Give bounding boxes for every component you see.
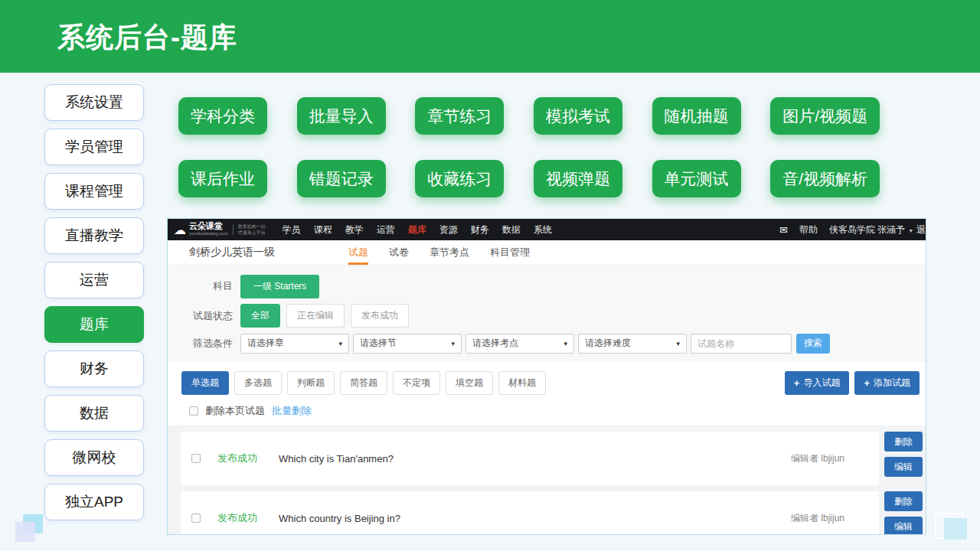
question-checkbox[interactable] (191, 514, 201, 523)
filter-section: 科目 一级 Starters 试题状态 全部 正在编辑 发布成功 筛选条件 请选… (168, 266, 926, 362)
nav-item-finance[interactable]: 财务 (471, 223, 489, 236)
section-select[interactable]: 请选择节 ▾ (353, 334, 462, 354)
condition-label: 筛选条件 (168, 337, 233, 350)
feature-image-video-question-button[interactable]: 图片/视频题 (770, 97, 880, 135)
feature-wrong-question-record-button[interactable]: 错题记录 (297, 160, 386, 197)
question-name-input[interactable] (691, 334, 792, 354)
bulk-actions-row: 删除本页试题 批量删除 (168, 403, 926, 425)
tab-questions[interactable]: 试题 (348, 240, 368, 265)
status-label: 试题状态 (168, 309, 233, 323)
question-card: 发布成功 Which city is Tian'anmen? 编辑者 lbjij… (181, 432, 879, 485)
sidebar-item-operations[interactable]: 运营 (44, 262, 144, 298)
import-questions-button[interactable]: + 导入试题 (785, 371, 850, 395)
nav-item-data[interactable]: 数据 (502, 223, 521, 236)
feature-chapter-practice-button[interactable]: 章节练习 (415, 97, 504, 135)
admin-tabs: 试题 试卷 章节考点 科目管理 (348, 240, 530, 265)
type-material-button[interactable]: 材料题 (498, 371, 546, 395)
dropdown-arrow-icon: ▾ (676, 340, 680, 347)
add-question-button[interactable]: + 添加试题 (854, 371, 920, 395)
chapter-select-value: 请选择章 (247, 337, 284, 350)
select-all-checkbox[interactable] (189, 406, 198, 416)
feature-batch-import-button[interactable]: 批量导入 (297, 97, 386, 135)
nav-item-question-bank[interactable]: 题库 (408, 223, 426, 236)
feature-mock-exam-button[interactable]: 模拟考试 (534, 97, 622, 135)
plus-icon: + (794, 377, 800, 389)
sidebar-item-data[interactable]: 数据 (44, 395, 144, 432)
account-name[interactable]: 侠客岛学院 张涵予 (829, 224, 905, 235)
tab-papers[interactable]: 试卷 (389, 240, 409, 265)
mail-icon[interactable]: ✉ (779, 224, 788, 236)
chapter-select[interactable]: 请选择章 ▾ (240, 334, 349, 354)
type-true-false-button[interactable]: 判断题 (287, 371, 335, 395)
sidebar: 系统设置 学员管理 课程管理 直播教学 运营 题库 财务 数据 微网校 独立AP… (44, 84, 144, 528)
question-text: Which country is Beijing in? (279, 513, 400, 524)
dropdown-arrow-icon: ▾ (338, 340, 342, 347)
feature-buttons: 学科分类 批量导入 章节练习 模拟考试 随机抽题 图片/视频题 课后作业 错题记… (178, 97, 880, 223)
top-banner: 系统后台-题库 (0, 0, 980, 73)
sidebar-item-finance[interactable]: 财务 (44, 350, 144, 387)
point-select[interactable]: 请选择考点 ▾ (466, 334, 574, 354)
sidebar-item-standalone-app[interactable]: 独立APP (44, 484, 144, 520)
subject-label: 科目 (168, 279, 233, 293)
type-multi-choice-button[interactable]: 多选题 (234, 371, 282, 395)
feature-random-question-button[interactable]: 随机抽题 (652, 97, 741, 135)
question-status-badge: 发布成功 (217, 511, 266, 525)
logo-divider (233, 224, 234, 235)
feature-unit-test-button[interactable]: 单元测试 (652, 160, 741, 197)
dropdown-arrow-icon: ▾ (564, 340, 567, 347)
point-select-value: 请选择考点 (472, 337, 518, 350)
question-editor: 编辑者 lbjijun (791, 452, 844, 465)
nav-item-courses[interactable]: 课程 (314, 223, 332, 236)
search-button[interactable]: 搜索 (796, 334, 830, 354)
feature-av-analysis-button[interactable]: 音/视频解析 (770, 160, 880, 197)
type-single-choice-button[interactable]: 单选题 (181, 371, 229, 395)
nav-item-system[interactable]: 系统 (534, 223, 552, 236)
question-list: 发布成功 Which city is Tian'anmen? 编辑者 lbjij… (168, 425, 926, 535)
status-published-button[interactable]: 发布成功 (351, 304, 409, 328)
question-text: Which city is Tian'anmen? (279, 453, 394, 465)
logo-name: 云朵课堂 (189, 222, 228, 230)
delete-question-button[interactable]: 删除 (884, 432, 923, 452)
type-fill-blank-button[interactable]: 填空题 (446, 371, 493, 395)
difficulty-select[interactable]: 请选择难度 ▾ (578, 334, 687, 354)
status-all-button[interactable]: 全部 (240, 304, 280, 328)
admin-navbar: ☁ 云朵课堂 yunduoketang.com 教育机构一站 式服务云平台 学员… (168, 219, 926, 240)
sidebar-item-micro-school[interactable]: 微网校 (44, 439, 144, 476)
sidebar-item-course-management[interactable]: 课程管理 (44, 173, 144, 210)
admin-screenshot-panel: ☁ 云朵课堂 yunduoketang.com 教育机构一站 式服务云平台 学员… (167, 218, 926, 535)
feature-row-1: 学科分类 批量导入 章节练习 模拟考试 随机抽题 图片/视频题 (178, 97, 880, 135)
bulk-delete-link[interactable]: 批量删除 (272, 404, 312, 418)
feature-favorite-practice-button[interactable]: 收藏练习 (415, 160, 504, 197)
type-indefinite-button[interactable]: 不定项 (393, 371, 440, 395)
nav-item-operations[interactable]: 运营 (377, 223, 395, 236)
delete-question-button[interactable]: 删除 (884, 491, 923, 511)
edit-question-button[interactable]: 编辑 (884, 517, 923, 535)
help-link[interactable]: 帮助 (799, 223, 818, 236)
nav-item-teaching[interactable]: 教学 (345, 223, 364, 236)
sidebar-item-system-settings[interactable]: 系统设置 (44, 84, 144, 121)
question-card: 发布成功 Which country is Beijing in? 编辑者 lb… (181, 491, 879, 535)
nav-item-students[interactable]: 学员 (283, 223, 301, 236)
delete-page-label: 删除本页试题 (205, 404, 265, 418)
sidebar-item-live-teaching[interactable]: 直播教学 (44, 217, 144, 254)
logout-link[interactable]: 退出 (916, 224, 926, 235)
condition-filter-row: 筛选条件 请选择章 ▾ 请选择节 ▾ 请选择考点 ▾ 请选择难度 ▾ (168, 334, 926, 354)
question-status-badge: 发布成功 (217, 452, 266, 465)
edit-question-button[interactable]: 编辑 (884, 457, 923, 477)
sidebar-item-student-management[interactable]: 学员管理 (44, 129, 144, 165)
cloud-logo-icon: ☁ (174, 223, 186, 237)
subject-tag-button[interactable]: 一级 Starters (240, 275, 319, 298)
question-checkbox[interactable] (191, 454, 201, 463)
status-editing-button[interactable]: 正在编辑 (286, 304, 345, 328)
type-short-answer-button[interactable]: 简答题 (340, 371, 387, 395)
plus-icon: + (864, 377, 870, 389)
feature-video-popup-question-button[interactable]: 视频弹题 (534, 160, 622, 197)
tab-chapter-points[interactable]: 章节考点 (430, 240, 469, 265)
decor-square-bottom-left-lavender (15, 522, 35, 542)
feature-homework-button[interactable]: 课后作业 (178, 160, 267, 197)
feature-subject-category-button[interactable]: 学科分类 (178, 97, 267, 135)
tab-subject-management[interactable]: 科目管理 (490, 240, 530, 265)
logo: ☁ 云朵课堂 yunduoketang.com 教育机构一站 式服务云平台 (174, 222, 266, 237)
sidebar-item-question-bank[interactable]: 题库 (44, 306, 144, 343)
nav-item-resources[interactable]: 资源 (439, 223, 458, 236)
